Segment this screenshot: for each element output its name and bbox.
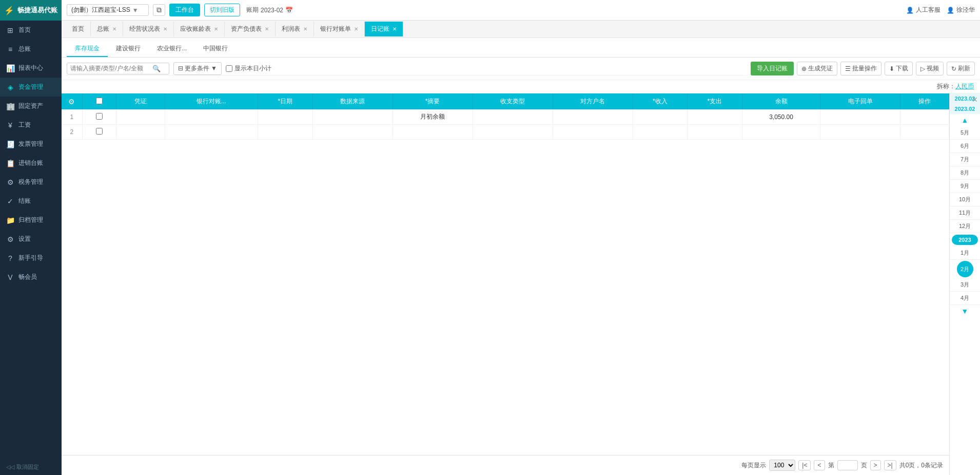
tax-icon: ⚙ bbox=[6, 178, 14, 186]
cal-month-12[interactable]: 12月 bbox=[950, 220, 980, 233]
sidebar-item-home[interactable]: ⊞ 首页 bbox=[0, 21, 62, 40]
tab-profit[interactable]: 利润表 ✕ bbox=[276, 22, 314, 36]
tab-ledger[interactable]: 总账 ✕ bbox=[91, 22, 123, 36]
sidebar-item-fund[interactable]: ◈ 资金管理 bbox=[0, 78, 62, 97]
first-page-button[interactable]: |< bbox=[798, 460, 811, 470]
tab-bank[interactable]: 银行对账单 ✕ bbox=[314, 22, 365, 36]
prev-page-button[interactable]: < bbox=[814, 460, 825, 470]
sidebar-item-label: 资金管理 bbox=[18, 83, 43, 91]
sidebar-item-tax[interactable]: ⚙ 税务管理 bbox=[0, 173, 62, 192]
refresh-button[interactable]: ↻ 刷新 bbox=[947, 62, 975, 75]
close-accounts-icon: ✓ bbox=[6, 197, 14, 205]
cal-month-9[interactable]: 9月 bbox=[950, 180, 980, 193]
row2-voucher bbox=[116, 125, 165, 140]
cal-scroll-down[interactable]: ▼ bbox=[950, 305, 980, 317]
tab-receivable-close[interactable]: ✕ bbox=[214, 26, 218, 32]
generate-voucher-button[interactable]: ⊕ 生成凭证 bbox=[797, 62, 837, 75]
cal-scroll-up[interactable]: ▲ bbox=[950, 114, 980, 126]
row2-checkbox[interactable] bbox=[82, 125, 116, 140]
cal-month-2-active[interactable]: 2月 bbox=[957, 261, 973, 277]
tab-business-label: 经营状况表 bbox=[129, 25, 160, 33]
tab-balance[interactable]: 资产负债表 ✕ bbox=[225, 22, 276, 36]
back-button[interactable]: 切到旧版 bbox=[204, 4, 240, 16]
col-ereceipt: 电子回单 bbox=[820, 93, 900, 109]
cal-month-11[interactable]: 11月 bbox=[950, 206, 980, 220]
tab-bank-close[interactable]: ✕ bbox=[354, 26, 358, 32]
sidebar-item-ledger[interactable]: ≡ 总账 bbox=[0, 40, 62, 59]
more-filter-button[interactable]: ⊟ 更多条件 ▼ bbox=[173, 62, 222, 75]
batch-button[interactable]: ☰ 批量操作 bbox=[840, 62, 881, 75]
cal-month-1[interactable]: 1月 bbox=[950, 246, 980, 260]
tab-profit-close[interactable]: ✕ bbox=[303, 26, 307, 32]
tab-home[interactable]: 首页 bbox=[66, 22, 91, 36]
tab-journal[interactable]: 日记账 ✕ bbox=[365, 22, 403, 36]
row2-bank-rec bbox=[165, 125, 258, 140]
user-info[interactable]: 👤 徐泾华 bbox=[947, 6, 975, 14]
sidebar-item-asset[interactable]: 🏢 固定资产 bbox=[0, 97, 62, 116]
gear-button[interactable]: ⚙ bbox=[68, 98, 75, 106]
row1-checkbox[interactable] bbox=[82, 109, 116, 125]
tab-business-close[interactable]: ✕ bbox=[163, 26, 167, 32]
sidebar-item-close[interactable]: ✓ 结账 bbox=[0, 192, 62, 211]
sidebar-item-purchase[interactable]: 📋 进销台账 bbox=[0, 154, 62, 173]
daily-checkbox-input[interactable] bbox=[226, 65, 232, 72]
col-checkbox[interactable] bbox=[82, 93, 116, 109]
sidebar-item-archive[interactable]: 📁 归档管理 bbox=[0, 211, 62, 230]
company-selector[interactable]: (勿删）江西超宝-LSS ▼ bbox=[67, 4, 149, 16]
row2-summary bbox=[393, 125, 473, 140]
cal-month-3[interactable]: 3月 bbox=[950, 278, 980, 292]
sidebar: ⚡ 畅捷通易代账 ⊞ 首页 ≡ 总账 📊 报表中心 ◈ 资金管理 🏢 固定资产 … bbox=[0, 0, 62, 475]
tab-business[interactable]: 经营状况表 ✕ bbox=[123, 22, 174, 36]
sub-tab-cash[interactable]: 库存现金 bbox=[67, 41, 108, 57]
show-daily-checkbox[interactable]: 显示本日小计 bbox=[226, 64, 271, 73]
toolbar: 🔍 ⊟ 更多条件 ▼ 显示本日小计 导入日记账 ⊕ bbox=[62, 58, 980, 80]
sidebar-item-salary[interactable]: ¥ 工资 bbox=[0, 116, 62, 135]
next-page-button[interactable]: > bbox=[870, 460, 881, 470]
search-input[interactable] bbox=[70, 65, 152, 72]
per-page-select[interactable]: 100 50 200 bbox=[769, 460, 795, 471]
calendar-close-icon[interactable]: ✕ bbox=[972, 96, 978, 104]
main-area: (勿删）江西超宝-LSS ▼ ⧉ 工作台 切到旧版 账期 2023-02 📅 👤… bbox=[62, 0, 980, 475]
service-btn[interactable]: 👤 人工客服 bbox=[906, 6, 940, 14]
import-button[interactable]: 导入日记账 bbox=[751, 62, 794, 75]
cal-month-6[interactable]: 6月 bbox=[950, 140, 980, 153]
cal-month-8[interactable]: 8月 bbox=[950, 166, 980, 180]
sidebar-item-guide[interactable]: ? 新手引导 bbox=[0, 249, 62, 268]
cal-month-4[interactable]: 4月 bbox=[950, 292, 980, 305]
download-button[interactable]: ⬇ 下载 bbox=[885, 62, 913, 75]
cal-month-5[interactable]: 5月 bbox=[950, 126, 980, 140]
col-settings[interactable]: ⚙ bbox=[62, 93, 82, 109]
sidebar-item-report[interactable]: 📊 报表中心 bbox=[0, 59, 62, 78]
select-all-checkbox[interactable] bbox=[96, 98, 103, 104]
sidebar-item-invoice[interactable]: 🧾 发票管理 bbox=[0, 135, 62, 154]
sidebar-item-member[interactable]: V 畅会员 bbox=[0, 268, 62, 287]
tab-ledger-close[interactable]: ✕ bbox=[112, 26, 116, 32]
sidebar-item-settings[interactable]: ⚙ 设置 bbox=[0, 230, 62, 249]
sidebar-unpin[interactable]: ◁◁ 取消固定 bbox=[0, 459, 62, 475]
workspace-button[interactable]: 工作台 bbox=[169, 4, 200, 16]
sub-tab-china[interactable]: 中国银行 bbox=[195, 41, 236, 57]
currency-value[interactable]: 人民币 bbox=[955, 82, 974, 91]
calendar-icon[interactable]: 📅 bbox=[285, 7, 293, 14]
sidebar-item-label: 归档管理 bbox=[18, 216, 43, 224]
copy-button[interactable]: ⧉ bbox=[153, 4, 165, 16]
tab-receivable[interactable]: 应收账龄表 ✕ bbox=[174, 22, 225, 36]
main-table-area: ⚙ 凭证 银行对账... *日期 数据来源 *摘要 收支类型 对方户名 * bbox=[62, 93, 949, 475]
sidebar-item-label: 固定资产 bbox=[18, 102, 43, 110]
last-page-button[interactable]: >| bbox=[884, 460, 896, 470]
video-label: 视频 bbox=[927, 64, 939, 73]
tab-journal-close[interactable]: ✕ bbox=[393, 26, 397, 32]
cal-month-7[interactable]: 7月 bbox=[950, 153, 980, 166]
page-input[interactable]: 1 bbox=[837, 460, 858, 470]
pin-icon: ◁◁ bbox=[6, 464, 14, 470]
filter-arrow-icon: ▼ bbox=[211, 65, 217, 72]
video-button[interactable]: ▷ 视频 bbox=[916, 62, 944, 75]
cal-month-10[interactable]: 10月 bbox=[950, 193, 980, 206]
search-icon[interactable]: 🔍 bbox=[152, 65, 161, 72]
sub-tab-china-label: 中国银行 bbox=[203, 45, 228, 52]
sub-tab-agriculture[interactable]: 农业银行... bbox=[149, 41, 195, 57]
row1-type bbox=[473, 109, 553, 125]
sub-tab-construction[interactable]: 建设银行 bbox=[108, 41, 149, 57]
download-label: 下载 bbox=[896, 64, 908, 73]
tab-balance-close[interactable]: ✕ bbox=[265, 26, 269, 32]
